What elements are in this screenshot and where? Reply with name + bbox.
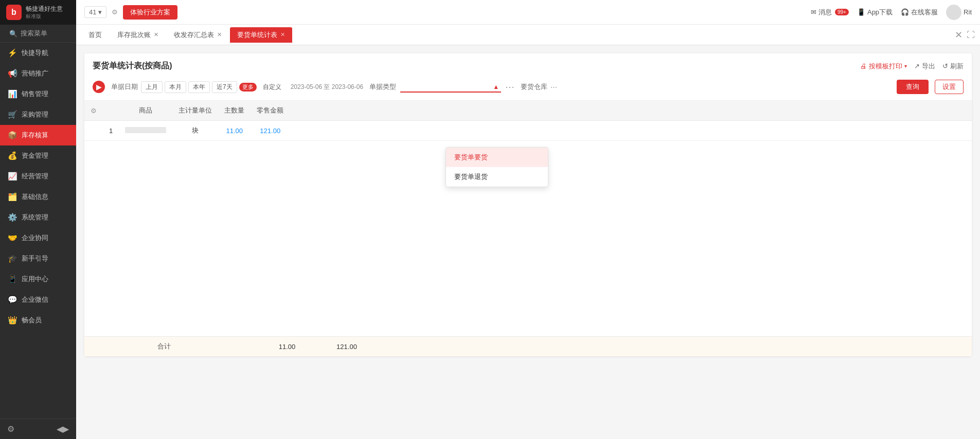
kuaijie-icon: ⚡ — [7, 48, 17, 58]
jingying-icon: 📈 — [7, 171, 17, 181]
sidebar-nav: ⚡ 快捷导航 📢 营销推广 📊 销售管理 🛒 采购管理 📦 库存核算 💰 资金管… — [0, 43, 76, 418]
table-col-settings[interactable]: ⚙ — [84, 101, 103, 121]
footer-total-label: 合计 — [91, 342, 171, 351]
xinshou-icon: 🎓 — [7, 253, 17, 264]
topbar-right: ✉ 消息 99+ 📱 App下载 🎧 在线客服 Rit — [811, 5, 972, 20]
xiaoshou-icon: 📊 — [7, 89, 17, 99]
zijin-icon: 💰 — [7, 151, 17, 161]
filter-row: ▶ 单据日期 上月 本月 本年 近7天 更多 自定义 2023-05-06 至 … — [84, 76, 972, 101]
user-avatar-btn[interactable]: Rit — [946, 5, 972, 20]
filter-type-group: 单据类型 ▲ ⋯ — [369, 81, 514, 93]
gear-icon[interactable]: ⚙ — [112, 8, 118, 16]
warehouse-dots-btn[interactable]: ⋯ — [550, 83, 557, 91]
export-icon: ↗ — [914, 62, 920, 70]
tab-yaohuo-tongji[interactable]: 要货单统计表 ✕ — [230, 27, 292, 43]
sidebar-item-xiaoshou[interactable]: 📊 销售管理 — [0, 84, 76, 104]
table-col-extra — [290, 101, 972, 121]
footer-amount: 121.00 — [321, 343, 372, 351]
tab-kucun-pici[interactable]: 库存批次账 ✕ — [110, 27, 166, 43]
industry-btn[interactable]: 体验行业方案 — [123, 5, 177, 20]
date-range-display: 2023-05-06 至 2023-06-06 — [291, 83, 363, 92]
page-title: 要货单统计表(按商品) — [93, 61, 172, 71]
service-icon: 🎧 — [901, 8, 909, 16]
product-placeholder — [125, 127, 166, 133]
dropdown-item-yaohuo[interactable]: 要货单要货 — [446, 148, 548, 167]
date-custom-btn[interactable]: 自定义 — [259, 82, 286, 93]
caigou-icon: 🛒 — [7, 109, 17, 120]
chevron-down-icon: ▾ — [98, 8, 102, 16]
date-btn-last-month[interactable]: 上月 — [141, 81, 163, 93]
sidebar-item-huiyuan[interactable]: 👑 畅会员 — [0, 310, 76, 331]
type-select-input[interactable] — [400, 82, 501, 93]
tab-close-all-icon[interactable]: ✕ — [955, 29, 963, 41]
row-index: 1 — [103, 121, 119, 141]
tab-close-kucun-pici[interactable]: ✕ — [154, 31, 158, 38]
tab-close-shoufa-huizong[interactable]: ✕ — [217, 31, 222, 38]
row-unit: 块 — [172, 121, 218, 141]
sidebar-item-yingxiao[interactable]: 📢 营销推广 — [0, 63, 76, 84]
page-header-actions: 🖨 按模板打印 ▾ ↗ 导出 ↺ 刷新 — [860, 62, 964, 71]
row-product — [119, 121, 172, 141]
sidebar-item-jingying[interactable]: 📈 经营管理 — [0, 166, 76, 187]
filter-settings-btn[interactable]: 设置 — [935, 80, 964, 94]
tab-shoufa-huizong[interactable]: 收发存汇总表 ✕ — [167, 27, 229, 43]
page-card: 要货单统计表(按商品) 🖨 按模板打印 ▾ ↗ 导出 ↺ 刷新 — [84, 53, 972, 356]
sidebar-item-weixin[interactable]: 💬 企业微信 — [0, 289, 76, 310]
yingyong-icon: 📱 — [7, 274, 17, 284]
row-amount: 121.00 — [251, 121, 290, 141]
data-table: ⚙ 商品 主计量单位 主数量 零售金额 1 — [84, 101, 972, 141]
refresh-btn[interactable]: ↺ 刷新 — [942, 62, 964, 71]
date-options: 上月 本月 本年 近7天 更多 自定义 — [141, 81, 286, 93]
jichu-icon: 🗂️ — [7, 192, 17, 202]
tab-close-yaohuo-tongji[interactable]: ✕ — [280, 31, 285, 38]
sidebar-search[interactable]: 🔍 搜索菜单 — [0, 25, 76, 43]
footer-quantity: 11.00 — [261, 343, 313, 351]
sidebar-item-kucun[interactable]: 📦 库存核算 — [0, 125, 76, 145]
avatar — [946, 5, 961, 20]
date-btn-this-year[interactable]: 本年 — [188, 81, 210, 93]
app-title: 畅捷通好生意 标准版 — [26, 5, 63, 20]
app-logo: b — [6, 5, 22, 20]
sidebar-item-zijin[interactable]: 💰 资金管理 — [0, 145, 76, 166]
online-service-btn[interactable]: 🎧 在线客服 — [901, 8, 938, 17]
print-btn[interactable]: 🖨 按模板打印 ▾ — [860, 62, 907, 71]
sidebar-bottom: ⚙ ◀▶ — [0, 418, 76, 439]
tab-maximize-icon[interactable]: ⛶ — [967, 30, 975, 40]
sidebar-item-yingyong[interactable]: 📱 应用中心 — [0, 269, 76, 289]
export-btn[interactable]: ↗ 导出 — [914, 62, 935, 71]
sidebar-header: b 畅捷通好生意 标准版 — [0, 0, 76, 25]
filter-more-btn[interactable]: ⋯ — [505, 81, 514, 93]
query-btn[interactable]: 查询 — [897, 80, 929, 94]
sidebar-item-jichu[interactable]: 🗂️ 基础信息 — [0, 187, 76, 207]
filter-expand-btn[interactable]: ▶ — [93, 81, 105, 93]
print-icon: 🖨 — [860, 62, 867, 70]
settings-icon[interactable]: ⚙ — [7, 424, 14, 434]
huiyuan-icon: 👑 — [7, 315, 17, 325]
sidebar-item-qiye[interactable]: 🤝 企业协同 — [0, 228, 76, 248]
table-col-amount: 零售金额 — [251, 101, 290, 121]
messages-btn[interactable]: ✉ 消息 99+ — [811, 8, 849, 17]
app-download-btn[interactable]: 📱 App下载 — [857, 8, 893, 17]
table-header-row: ⚙ 商品 主计量单位 主数量 零售金额 — [84, 101, 972, 121]
sidebar-item-kuaijie[interactable]: ⚡ 快捷导航 — [0, 43, 76, 63]
sidebar-item-caigou[interactable]: 🛒 采购管理 — [0, 104, 76, 125]
table-col-product: 商品 — [119, 101, 172, 121]
row-quantity: 11.00 — [218, 121, 251, 141]
table-container: ⚙ 商品 主计量单位 主数量 零售金额 1 — [84, 101, 972, 141]
tab-home[interactable]: 首页 — [81, 27, 109, 43]
table-col-quantity: 主数量 — [218, 101, 251, 121]
sidebar-item-xinshou[interactable]: 🎓 新手引导 — [0, 248, 76, 269]
kucun-icon: 📦 — [7, 130, 17, 140]
date-btn-last-7-days[interactable]: 近7天 — [212, 81, 237, 93]
dropdown-item-tuihuo[interactable]: 要货单退货 — [446, 167, 548, 187]
date-btn-this-month[interactable]: 本月 — [165, 81, 186, 93]
type-dropdown: 要货单要货 要货单退货 — [446, 147, 548, 187]
chevron-down-icon-print: ▾ — [904, 63, 907, 69]
page-header: 要货单统计表(按商品) 🖨 按模板打印 ▾ ↗ 导出 ↺ 刷新 — [84, 53, 972, 76]
qiye-icon: 🤝 — [7, 233, 17, 243]
row-settings — [84, 121, 103, 141]
date-more-badge[interactable]: 更多 — [239, 83, 257, 92]
collapse-icon[interactable]: ◀▶ — [57, 424, 69, 434]
sidebar-item-xitong[interactable]: ⚙️ 系统管理 — [0, 207, 76, 228]
org-selector[interactable]: 41 ▾ — [84, 6, 106, 18]
